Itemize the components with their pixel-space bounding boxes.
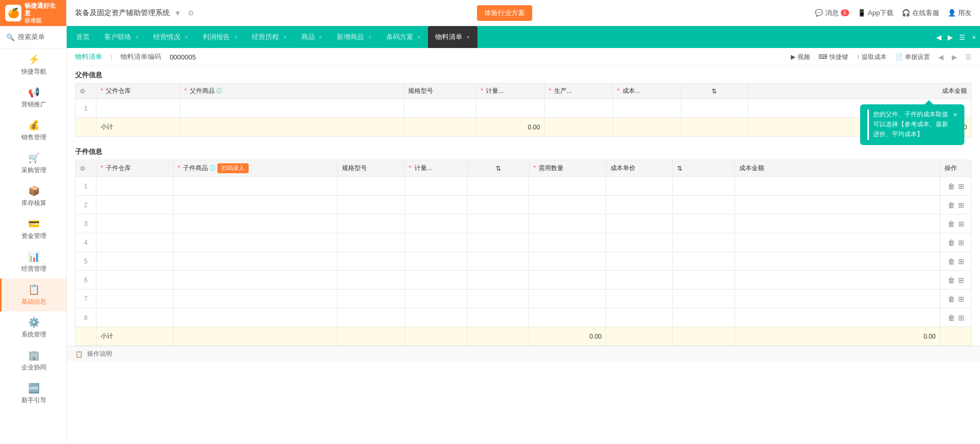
sidebar-item-purchase[interactable]: 🛒 采购管理 — [0, 147, 66, 180]
sidebar-item-guide[interactable]: 🆕 新手引导 — [0, 377, 66, 410]
nav-menu-icon[interactable]: ☰ — [957, 31, 967, 43]
nav-right-icon[interactable]: ▶ — [946, 31, 955, 43]
app-download-button[interactable]: 📱 App下载 — [858, 8, 893, 18]
child-r4-cost-price[interactable] — [606, 233, 673, 252]
tab-goods[interactable]: 商品 × — [294, 26, 329, 48]
child-r6-qty-unit[interactable] — [405, 271, 467, 290]
child-r3-spec[interactable] — [338, 214, 405, 233]
child-r6-cost-price[interactable] — [606, 271, 673, 290]
child-r6-spec[interactable] — [338, 271, 405, 290]
child-r6-warehouse[interactable] — [96, 271, 174, 290]
shortcut-button[interactable]: ⌨ 快捷键 — [818, 53, 848, 62]
nav-next-icon[interactable]: ▶ — [952, 53, 957, 61]
child-r8-cost-price[interactable] — [606, 308, 673, 327]
copy-icon-r2[interactable]: ⊞ — [958, 201, 964, 209]
child-r2-cost-price[interactable] — [606, 196, 673, 214]
child-r5-spec[interactable] — [338, 252, 405, 271]
delete-icon-r3[interactable]: 🗑 — [948, 220, 955, 228]
tab-home[interactable]: 首页 — [69, 26, 97, 48]
child-r7-product[interactable] — [173, 290, 337, 308]
copy-icon-r6[interactable]: ⊞ — [958, 276, 964, 284]
child-r1-warehouse[interactable] — [96, 177, 174, 196]
sidebar-item-basicinfo[interactable]: 📋 基础信息 — [0, 279, 66, 311]
extract-cost-button[interactable]: ↑ 提取成本 — [856, 53, 887, 62]
copy-icon-r8[interactable]: ⊞ — [958, 314, 964, 322]
tab-customers-close[interactable]: × — [136, 34, 139, 40]
sidebar-item-inventory[interactable]: 📦 库存核算 — [0, 180, 66, 213]
child-r1-spec[interactable] — [338, 177, 405, 196]
copy-icon-r5[interactable]: ⊞ — [958, 257, 964, 266]
copy-icon-r4[interactable]: ⊞ — [958, 238, 964, 247]
parent-row-1-spec[interactable] — [403, 99, 476, 118]
parent-row-1-cost[interactable] — [612, 99, 681, 118]
child-r8-product[interactable] — [173, 308, 337, 327]
delete-icon-r5[interactable]: 🗑 — [948, 257, 955, 266]
delete-icon-r1[interactable]: 🗑 — [948, 182, 955, 190]
child-r7-required-qty[interactable] — [529, 290, 606, 308]
child-r5-required-qty[interactable] — [529, 252, 606, 271]
tab-history[interactable]: 经营历程 × — [244, 26, 293, 48]
online-service-button[interactable]: 🎧 在线客服 — [902, 8, 939, 18]
child-r5-product[interactable] — [173, 252, 337, 271]
child-r4-warehouse[interactable] — [96, 233, 174, 252]
search-button[interactable]: 🔍 搜索菜单 — [4, 30, 62, 44]
tab-new-goods[interactable]: 新增商品 × — [329, 26, 378, 48]
breadcrumb-bom[interactable]: 物料清单 — [75, 52, 102, 62]
tab-barcode-close[interactable]: × — [418, 34, 421, 40]
child-r7-cost-price[interactable] — [606, 290, 673, 308]
single-settings-button[interactable]: 📄 单据设置 — [895, 53, 930, 62]
child-r3-warehouse[interactable] — [96, 214, 174, 233]
child-r7-qty-unit[interactable] — [405, 290, 467, 308]
message-button[interactable]: 💬 消息 6 — [815, 8, 849, 18]
settings-gear-icon[interactable]: ⚙ — [80, 88, 85, 95]
tab-customers[interactable]: 客户联络 × — [97, 26, 146, 48]
child-r4-spec[interactable] — [338, 233, 405, 252]
parent-row-1-production[interactable] — [544, 99, 612, 118]
delete-icon-r2[interactable]: 🗑 — [948, 201, 955, 209]
child-r4-product[interactable] — [173, 233, 337, 252]
scan-button[interactable]: 扫码录入 — [217, 163, 249, 173]
child-r1-required-qty[interactable] — [529, 177, 606, 196]
tooltip-close-button[interactable]: × — [953, 110, 957, 121]
delete-icon-r7[interactable]: 🗑 — [948, 295, 955, 303]
child-r2-qty-unit[interactable] — [405, 196, 467, 214]
tab-operations[interactable]: 经营情况 × — [146, 26, 195, 48]
tab-goods-close[interactable]: × — [319, 34, 322, 40]
child-r7-warehouse[interactable] — [96, 290, 174, 308]
child-r8-warehouse[interactable] — [96, 308, 174, 327]
child-r3-cost-price[interactable] — [606, 214, 673, 233]
tab-bom-close[interactable]: × — [467, 34, 470, 40]
child-r8-required-qty[interactable] — [529, 308, 606, 327]
trial-button[interactable]: 体验行业方案 — [477, 5, 532, 21]
tab-new-goods-close[interactable]: × — [368, 34, 371, 40]
delete-icon-r4[interactable]: 🗑 — [948, 238, 955, 247]
video-button[interactable]: ▶ 视频 — [791, 53, 810, 62]
child-r8-qty-unit[interactable] — [405, 308, 467, 327]
child-r3-required-qty[interactable] — [529, 214, 606, 233]
delete-icon-r6[interactable]: 🗑 — [948, 276, 955, 284]
sidebar-item-operations[interactable]: 📊 经营管理 — [0, 246, 66, 279]
sidebar-item-sysadmin[interactable]: ⚙️ 系统管理 — [0, 311, 66, 344]
delete-icon-r8[interactable]: 🗑 — [948, 314, 955, 322]
tab-bom[interactable]: 物料清单 × — [428, 26, 477, 48]
nav-prev-icon[interactable]: ◀ — [938, 53, 944, 61]
child-r2-spec[interactable] — [338, 196, 405, 214]
child-r3-qty-unit[interactable] — [405, 214, 467, 233]
list-view-icon[interactable]: ☰ — [965, 53, 972, 61]
copy-icon-r1[interactable]: ⊞ — [958, 182, 964, 190]
child-r7-spec[interactable] — [338, 290, 405, 308]
child-r6-required-qty[interactable] — [529, 271, 606, 290]
child-r2-product[interactable] — [173, 196, 337, 214]
child-r4-required-qty[interactable] — [529, 233, 606, 252]
sidebar-item-sales[interactable]: 💰 销售管理 — [0, 114, 66, 147]
child-r1-qty-unit[interactable] — [405, 177, 467, 196]
tab-profit-close[interactable]: × — [234, 34, 237, 40]
sidebar-item-quicknav[interactable]: ⚡ 快捷导航 — [0, 49, 66, 81]
tab-history-close[interactable]: × — [283, 34, 286, 40]
copy-icon-r3[interactable]: ⊞ — [958, 220, 964, 228]
settings-icon[interactable]: ⚙ — [188, 9, 194, 17]
child-r5-cost-price[interactable] — [606, 252, 673, 271]
dropdown-icon[interactable]: ▼ — [174, 9, 181, 17]
child-r5-warehouse[interactable] — [96, 252, 174, 271]
child-r5-qty-unit[interactable] — [405, 252, 467, 271]
